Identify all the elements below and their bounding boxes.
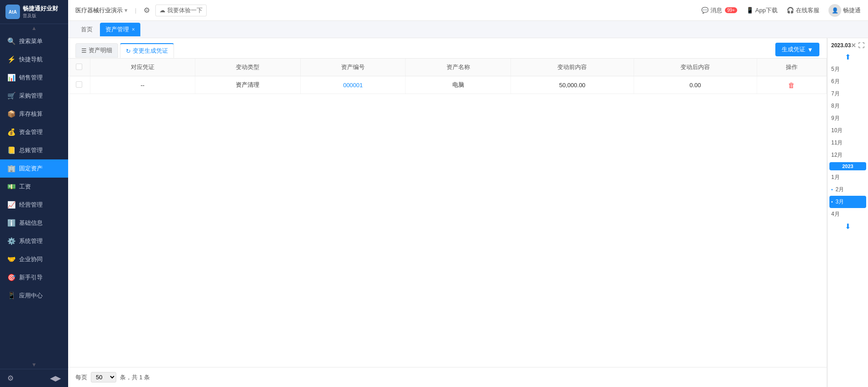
per-page-select[interactable]: 50 20 100	[91, 372, 116, 382]
col-operation: 操作	[757, 59, 826, 76]
sidebar-item-purchase[interactable]: 🛒 采购管理	[0, 87, 68, 105]
cal-month-12[interactable]: 12月	[828, 149, 868, 161]
chevron-down-icon: ▾	[124, 7, 128, 14]
message-icon: 💬	[701, 7, 709, 14]
user-profile[interactable]: 👤 畅捷通	[828, 4, 861, 17]
sidebar-scroll-up[interactable]: ▲	[31, 25, 37, 31]
cell-operation: 🗑	[757, 76, 826, 94]
sidebar-item-sales[interactable]: 📊 销售管理	[0, 69, 68, 87]
sidebar-item-quick-nav[interactable]: ⚡ 快捷导航	[0, 50, 68, 69]
feedback-button[interactable]: ☁ 我要体验一下	[155, 5, 207, 16]
sidebar-scroll-down[interactable]: ▼	[31, 362, 37, 368]
cell-before-change: 50,000.00	[511, 76, 634, 94]
salary-icon: 💵	[7, 183, 15, 191]
cal-month-11[interactable]: 11月	[828, 137, 868, 149]
search-icon: 🔍	[7, 37, 15, 45]
inventory-icon: 📦	[7, 110, 15, 118]
col-asset-name: 资产名称	[406, 59, 511, 76]
cal-month-9[interactable]: 9月	[828, 112, 868, 124]
cal-year-2023: 2023	[829, 162, 866, 170]
operations-icon: 📈	[7, 201, 15, 209]
cell-change-type: 资产清理	[195, 76, 301, 94]
cal-month-5[interactable]: 5月	[828, 63, 868, 75]
sidebar-item-ledger[interactable]: 📒 总账管理	[0, 141, 68, 159]
pagination: 每页 50 20 100 条，共 1 条	[68, 367, 827, 387]
cal-month-2023-4[interactable]: 4月	[828, 208, 868, 220]
sidebar-item-app-center[interactable]: 📱 应用中心	[0, 287, 68, 305]
row-checkbox-cell	[68, 76, 90, 94]
cal-month-7[interactable]: 7月	[828, 88, 868, 100]
cell-after-change: 0.00	[634, 76, 757, 94]
col-after-change: 变动后内容	[634, 59, 757, 76]
cell-asset-code: 000001	[300, 76, 406, 94]
sidebar-item-system[interactable]: ⚙️ 系统管理	[0, 232, 68, 250]
main-panel: ☰ 资产明细 ↻ 变更生成凭证 生成凭证 ▼	[68, 38, 827, 387]
collapse-icon[interactable]: ◀▶	[50, 374, 61, 382]
logo-sub: 普及版	[23, 13, 58, 19]
settings-icon[interactable]: ⚙	[7, 374, 14, 382]
online-service-button[interactable]: 🎧 在线客服	[787, 6, 819, 15]
calendar-close-button[interactable]: ✕	[851, 42, 856, 49]
delete-button[interactable]: 🗑	[788, 81, 795, 89]
cell-asset-name: 电脑	[406, 76, 511, 94]
cal-month-2023-1[interactable]: 1月	[828, 171, 868, 184]
sidebar-item-operations[interactable]: 📈 经营管理	[0, 196, 68, 214]
sidebar-logo: AtA 畅捷通好业财 普及版	[0, 0, 68, 24]
cal-month-10[interactable]: 10月	[828, 124, 868, 137]
messages-badge: 99+	[725, 7, 737, 13]
guide-icon: 🎯	[7, 273, 15, 282]
logo-text: 畅捷通好业财	[23, 5, 58, 13]
header-separator: |	[135, 7, 136, 14]
enterprise-icon: 🤝	[7, 255, 15, 263]
header: 医疗器械行业演示 ▾ | ⚙ ☁ 我要体验一下 💬 消息 99+ 📱 App下载…	[68, 0, 868, 21]
tab-asset-management[interactable]: 资产管理 ×	[100, 23, 140, 36]
calendar-scroll-down[interactable]: ⬇	[828, 220, 868, 233]
header-right: 💬 消息 99+ 📱 App下载 🎧 在线客服 👤 畅捷通	[701, 4, 861, 17]
sidebar-item-enterprise[interactable]: 🤝 企业协同	[0, 250, 68, 268]
sidebar-item-inventory[interactable]: 📦 库存核算	[0, 105, 68, 123]
select-all-checkbox[interactable]	[76, 64, 82, 70]
sub-tab-change-voucher[interactable]: ↻ 变更生成凭证	[120, 43, 174, 58]
sidebar-item-guide[interactable]: 🎯 新手引导	[0, 268, 68, 287]
cal-section-2023: 1月 2月 3月 4月	[828, 171, 868, 220]
calendar-scroll-up[interactable]: ⬆	[828, 51, 868, 63]
messages-button[interactable]: 💬 消息 99+	[701, 6, 737, 15]
cal-month-2023-2[interactable]: 2月	[828, 184, 868, 196]
sidebar-bottom: ⚙ ◀▶	[0, 369, 68, 387]
cal-month-8[interactable]: 8月	[828, 100, 868, 112]
cal-section-prev: 5月 6月 7月 8月 9月 10月 11月 12月	[828, 63, 868, 161]
sidebar-item-search[interactable]: 🔍 搜索菜单	[0, 32, 68, 50]
sidebar-item-basic-info[interactable]: ℹ️ 基础信息	[0, 214, 68, 232]
content-area: ☰ 资产明细 ↻ 变更生成凭证 生成凭证 ▼	[68, 38, 868, 387]
company-selector[interactable]: 医疗器械行业演示 ▾	[75, 6, 128, 15]
app-center-icon: 📱	[7, 292, 15, 300]
sidebar-item-salary[interactable]: 💵 工资	[0, 178, 68, 196]
calendar-expand-button[interactable]: ⛶	[858, 42, 864, 49]
sidebar: AtA 畅捷通好业财 普及版 ▲ 🔍 搜索菜单 ⚡ 快捷导航 📊 销售管理 🛒 …	[0, 0, 68, 387]
calendar-panel: 2023.03 ✕ ⛶ ⬆ 5月 6月 7月 8月 9月 10月 11月 12月	[827, 38, 868, 387]
fixed-assets-icon: 🏢	[7, 164, 15, 173]
row-checkbox[interactable]	[76, 81, 82, 88]
list-icon: ☰	[81, 47, 87, 54]
sidebar-item-fixed-assets[interactable]: 🏢 固定资产	[0, 159, 68, 178]
refresh-icon: ↻	[126, 48, 131, 55]
logo-icon: AtA	[5, 5, 20, 19]
sub-tab-asset-detail[interactable]: ☰ 资产明细	[75, 43, 118, 58]
avatar: 👤	[828, 4, 841, 17]
cal-month-2023-3[interactable]: 3月	[829, 196, 866, 208]
calendar-scroll: ⬆ 5月 6月 7月 8月 9月 10月 11月 12月 2023 1月	[828, 51, 868, 387]
table-row: -- 资产清理 000001 电脑 50,000.00 0.00 🗑	[68, 76, 827, 94]
settings-button[interactable]: ⚙	[144, 6, 150, 15]
app-download-button[interactable]: 📱 App下载	[746, 6, 778, 15]
tab-home[interactable]: 首页	[75, 23, 98, 36]
table-body: -- 资产清理 000001 电脑 50,000.00 0.00 🗑	[68, 76, 827, 94]
tab-bar: 首页 资产管理 ×	[68, 21, 868, 38]
col-asset-code: 资产编号	[300, 59, 406, 76]
tab-close-button[interactable]: ×	[132, 26, 135, 33]
cal-month-6[interactable]: 6月	[828, 75, 868, 88]
funds-icon: 💰	[7, 128, 15, 136]
generate-voucher-button[interactable]: 生成凭证 ▼	[775, 43, 819, 56]
dropdown-arrow-icon: ▼	[807, 46, 813, 53]
sidebar-item-funds[interactable]: 💰 资金管理	[0, 123, 68, 141]
col-checkbox	[68, 59, 90, 76]
